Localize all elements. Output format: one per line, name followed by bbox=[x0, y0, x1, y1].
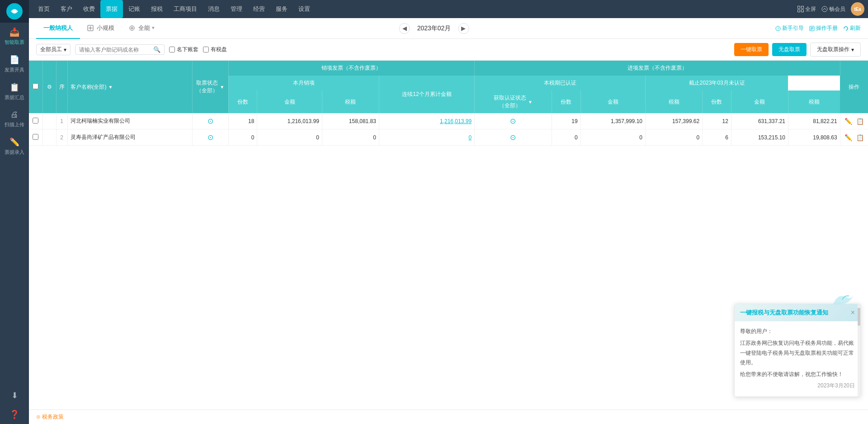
employee-select[interactable]: 全部员工 ▾ bbox=[36, 44, 71, 55]
th-period-certified: 本税期已认证 bbox=[475, 76, 646, 91]
row-period-amount: 1,357,999.10 bbox=[580, 113, 645, 129]
th-fetch-status: 取票状态（全部） ▼ bbox=[192, 61, 228, 113]
sidebar-item-help[interactable]: ❓ bbox=[0, 405, 29, 424]
sidebar-logo bbox=[0, 0, 29, 23]
tab-all-dropdown[interactable]: ▾ bbox=[152, 25, 155, 31]
th-undone-amount: 金额 bbox=[731, 91, 788, 113]
has-taxdisk-check[interactable] bbox=[203, 47, 209, 52]
row-actions: ✏️ 📋 bbox=[840, 129, 868, 146]
toolbar-actions: 一键取票 无盘取票 无盘取票操作 ▾ bbox=[734, 43, 861, 57]
sidebar-item-data-entry[interactable]: ✏️ 票据录入 bbox=[0, 133, 29, 160]
status-bar: ⊙ 税务政策 bbox=[29, 410, 868, 424]
notification-date: 2023年3月20日 bbox=[740, 381, 855, 391]
my-accounts-check[interactable] bbox=[169, 47, 175, 52]
row-num: 1 bbox=[56, 113, 67, 129]
tab-small[interactable]: 小规模 bbox=[80, 18, 122, 39]
nav-tax[interactable]: 报税 bbox=[146, 0, 168, 18]
tab-bar: 一般纳税人 小规模 全能 ▾ ◀ 2023年02月 ▶ ? 新手引导 bbox=[29, 18, 868, 39]
row-month-count: 0 bbox=[228, 129, 257, 146]
nav-settings[interactable]: 设置 bbox=[293, 0, 316, 18]
help-icon: ❓ bbox=[9, 410, 19, 419]
no-disk-ops-button[interactable]: 无盘取票操作 ▾ bbox=[810, 43, 861, 57]
tab-all[interactable]: 全能 ▾ bbox=[122, 18, 162, 39]
row-fetch-status: ⊙ bbox=[192, 113, 228, 129]
row-checkbox bbox=[29, 129, 42, 146]
sidebar-item-smart-fetch[interactable]: 📥 智能取票 bbox=[0, 23, 29, 50]
cert-status-filter-icon[interactable]: ▼ bbox=[528, 100, 533, 105]
sidebar: 📥 智能取票 📄 发票开具 📋 票据汇总 🖨 扫描上传 ✏️ 票据录入 ⬇ ❓ bbox=[0, 0, 29, 424]
row-period-count: 19 bbox=[552, 113, 580, 129]
fetch-status-filter-icon[interactable]: ▼ bbox=[220, 85, 224, 90]
notification-close-button[interactable]: × bbox=[851, 309, 855, 317]
th-actions: 操作 bbox=[840, 61, 868, 113]
nav-invoice[interactable]: 票据 bbox=[100, 0, 123, 18]
nav-message[interactable]: 消息 bbox=[203, 0, 225, 18]
svg-rect-2 bbox=[798, 6, 800, 9]
refresh-button[interactable]: 刷新 bbox=[843, 24, 861, 32]
th-sales-group: 销项发票（不含作废票） bbox=[228, 61, 474, 76]
row-check-0[interactable] bbox=[33, 118, 38, 124]
th-customer: 客户名称(全部) ▼ bbox=[67, 61, 192, 113]
search-input[interactable] bbox=[79, 47, 151, 53]
sidebar-item-scan-upload[interactable]: 🖨 扫描上传 bbox=[0, 105, 29, 133]
nav-accounting[interactable]: 记账 bbox=[123, 0, 146, 18]
sidebar-item-download[interactable]: ⬇ bbox=[0, 386, 29, 405]
toolbar: 全部员工 ▾ 🔍 名下账套 有税盘 一键取票 无盘取票 无盘取票操作 ▾ bbox=[29, 39, 868, 61]
customer-search: 🔍 bbox=[75, 44, 165, 55]
nav-manage[interactable]: 管理 bbox=[225, 0, 248, 18]
row-period-count: 0 bbox=[552, 129, 580, 146]
row-check-1[interactable] bbox=[33, 134, 38, 140]
search-icon[interactable]: 🔍 bbox=[153, 46, 160, 53]
select-all-checkbox[interactable] bbox=[33, 83, 38, 89]
row-cum-amount[interactable]: 0 bbox=[379, 129, 474, 146]
copy-icon[interactable]: 📋 bbox=[856, 118, 864, 125]
member-button[interactable]: 畅会员 bbox=[821, 5, 845, 13]
nav-operation[interactable]: 经营 bbox=[248, 0, 270, 18]
my-accounts-checkbox[interactable]: 名下账套 bbox=[169, 46, 198, 53]
sidebar-item-invoice-summary[interactable]: 📋 票据汇总 bbox=[0, 78, 29, 105]
th-deadline-uncertified: 截止2023年03月未认证 bbox=[645, 76, 788, 91]
nav-billing[interactable]: 收费 bbox=[78, 0, 100, 18]
svg-text:?: ? bbox=[777, 27, 779, 31]
nav-client[interactable]: 客户 bbox=[55, 0, 78, 18]
notification-body: 尊敬的用户： 江苏政务网已恢复访问电子税务局功能，易代账一键登陆电子税务局与无盘… bbox=[735, 321, 860, 396]
user-avatar[interactable]: tEa bbox=[851, 2, 864, 16]
tax-policy-link[interactable]: ⊙ 税务政策 bbox=[36, 413, 64, 421]
row-cert-status: ⊙ bbox=[475, 113, 552, 129]
new-guide-button[interactable]: ? 新手引导 bbox=[775, 24, 804, 32]
one-click-fetch-button[interactable]: 一键取票 bbox=[734, 43, 769, 56]
next-month-button[interactable]: ▶ bbox=[458, 23, 469, 34]
manual-button[interactable]: 操作手册 bbox=[809, 24, 838, 32]
tab-general[interactable]: 一般纳税人 bbox=[36, 18, 80, 39]
row-undone-count: 12 bbox=[703, 113, 731, 129]
edit-icon[interactable]: ✏️ bbox=[844, 134, 852, 141]
notification-apology: 给您带来的不便敬请谅解，祝您工作愉快！ bbox=[740, 370, 855, 380]
row-month-amount: 0 bbox=[257, 129, 322, 146]
row-fetch-status: ⊙ bbox=[192, 129, 228, 146]
nav-business[interactable]: 工商项目 bbox=[168, 0, 203, 18]
edit-icon[interactable]: ✏️ bbox=[844, 118, 852, 125]
sidebar-item-issue-invoice[interactable]: 📄 发票开具 bbox=[0, 50, 29, 78]
nav-service[interactable]: 服务 bbox=[270, 0, 293, 18]
notification-title: 一键报税与无盘取票功能恢复通知 bbox=[740, 309, 828, 317]
issue-invoice-icon: 📄 bbox=[9, 55, 19, 65]
row-cum-amount[interactable]: 1,216,013.99 bbox=[379, 113, 474, 129]
notification-greeting: 尊敬的用户： bbox=[740, 327, 855, 337]
row-period-amount: 0 bbox=[580, 129, 645, 146]
prev-month-button[interactable]: ◀ bbox=[399, 23, 410, 34]
svg-rect-5 bbox=[802, 10, 804, 12]
row-actions: ✏️ 📋 bbox=[840, 113, 868, 129]
row-undone-tax: 19,808.63 bbox=[788, 129, 840, 146]
has-taxdisk-checkbox[interactable]: 有税盘 bbox=[203, 46, 227, 53]
topnav-right: 全屏 畅会员 tEa bbox=[797, 2, 864, 16]
table-row: 2 灵寿县尚泽矿产品有限公司 ⊙ 0 0 0 0 ⊙ 0 0 0 6 153,2… bbox=[29, 129, 868, 146]
fullscreen-button[interactable]: 全屏 bbox=[797, 5, 816, 13]
th-month-sales: 本月销项 bbox=[228, 76, 379, 91]
scan-upload-icon: 🖨 bbox=[10, 110, 19, 119]
no-disk-fetch-button[interactable]: 无盘取票 bbox=[772, 43, 807, 56]
nav-home[interactable]: 首页 bbox=[33, 0, 55, 18]
customer-filter-icon[interactable]: ▼ bbox=[108, 85, 113, 90]
row-month-amount: 1,216,013.99 bbox=[257, 113, 322, 129]
copy-icon[interactable]: 📋 bbox=[856, 134, 864, 141]
row-month-tax: 158,081.83 bbox=[322, 113, 379, 129]
